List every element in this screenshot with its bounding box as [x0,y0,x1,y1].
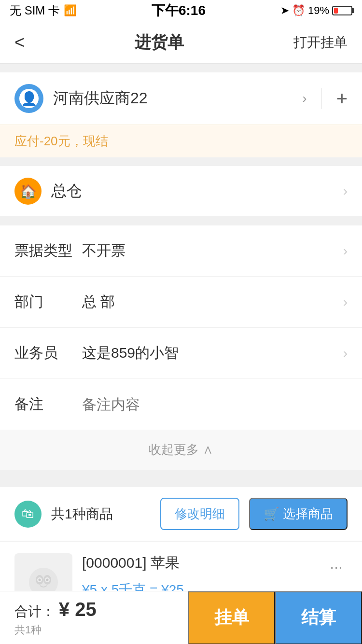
total-sub: 共1种 [14,623,174,637]
product-icon: 🛍 [14,501,42,528]
status-bar: 无 SIM 卡 📶 下午6:16 ➤ ⏰ 19% [0,0,362,21]
location-icon: ➤ [280,4,289,17]
product-code: [0000001] [82,555,146,571]
invoice-type-value: 不开票 [82,241,343,261]
status-left: 无 SIM 卡 📶 [10,3,77,18]
back-button[interactable]: < [14,32,25,53]
battery-pct: 19% [308,4,329,17]
salesman-label: 业务员 [14,343,82,363]
page-title: 进货单 [135,31,184,54]
product-more-button[interactable]: ··· [325,553,348,581]
salesman-chevron: › [343,346,348,361]
department-label: 部门 [14,292,82,312]
warehouse-chevron-icon: › [343,183,348,199]
footer-total-row: 合计： ¥ 25 [14,599,174,621]
collapse-label: 收起更多 ∧ [149,441,213,458]
wifi-icon: 📶 [64,4,77,17]
nav-bar: < 进货单 打开挂单 [0,21,362,64]
invoice-type-chevron: › [343,243,348,259]
add-supplier-button[interactable]: + [336,88,348,110]
product-name-text: 苹果 [151,555,180,571]
separator-4 [0,470,362,478]
notice-bar: 应付-20元，现结 [0,125,362,157]
salesman-row[interactable]: 业务员 这是859的小智 › [0,328,362,379]
salesman-value: 这是859的小智 [82,343,343,363]
avatar-icon: 👤 [21,91,38,107]
alarm-icon: ⏰ [292,4,305,17]
svg-point-5 [39,579,41,581]
supplier-avatar: 👤 [14,84,43,113]
supplier-chevron-icon: › [302,91,306,106]
supplier-row[interactable]: 👤 河南供应商22 › + [0,72,362,125]
footer: 合计： ¥ 25 共1种 挂单 结算 [0,591,362,644]
select-product-label: 选择商品 [283,505,333,522]
product-name: [0000001] 苹果 [82,553,315,573]
department-value: 总 部 [82,292,343,312]
status-right: ➤ ⏰ 19% [280,4,352,17]
form-fields: 票据类型 不开票 › 部门 总 部 › 业务员 这是859的小智 › 备注 [0,225,362,430]
edit-detail-button[interactable]: 修改明细 [160,498,239,530]
select-product-icon: 🛒 [264,506,279,521]
collapse-row[interactable]: 收起更多 ∧ [0,430,362,470]
open-hang-button[interactable]: 打开挂单 [293,33,348,52]
carrier-text: 无 SIM 卡 [10,3,60,18]
avatar-inner: 👤 [19,89,39,108]
separator-2 [0,157,362,166]
select-product-button[interactable]: 🛒 选择商品 [249,498,348,530]
invoice-type-row[interactable]: 票据类型 不开票 › [0,225,362,277]
cart-bag-icon: 🛍 [22,506,34,521]
remark-input[interactable] [82,396,348,413]
total-amount: ¥ 25 [59,599,97,620]
supplier-name: 河南供应商22 [53,88,302,109]
total-prefix: 合计： [14,604,55,619]
invoice-type-label: 票据类型 [14,241,82,261]
remark-row[interactable]: 备注 [0,379,362,430]
settle-button[interactable]: 结算 [275,591,362,644]
divider-v [321,88,322,109]
department-row[interactable]: 部门 总 部 › [0,277,362,328]
supplier-card: 👤 河南供应商22 › + 应付-20元，现结 [0,72,362,157]
status-time: 下午6:16 [152,1,206,20]
remark-label: 备注 [14,394,82,414]
notice-text: 应付-20元，现结 [14,134,108,148]
warehouse-name: 总仓 [51,181,343,202]
department-chevron: › [343,294,348,310]
separator-1 [0,64,362,72]
separator-3 [0,217,362,225]
product-count: 共1种商品 [51,505,151,523]
hang-button[interactable]: 挂单 [188,591,275,644]
warehouse-icon: 🏠 [14,178,42,205]
footer-total: 合计： ¥ 25 共1种 [0,599,188,637]
svg-point-6 [46,579,49,581]
battery-icon [332,6,352,15]
product-header: 🛍 共1种商品 修改明细 🛒 选择商品 [0,487,362,541]
warehouse-row[interactable]: 🏠 总仓 › [0,166,362,217]
